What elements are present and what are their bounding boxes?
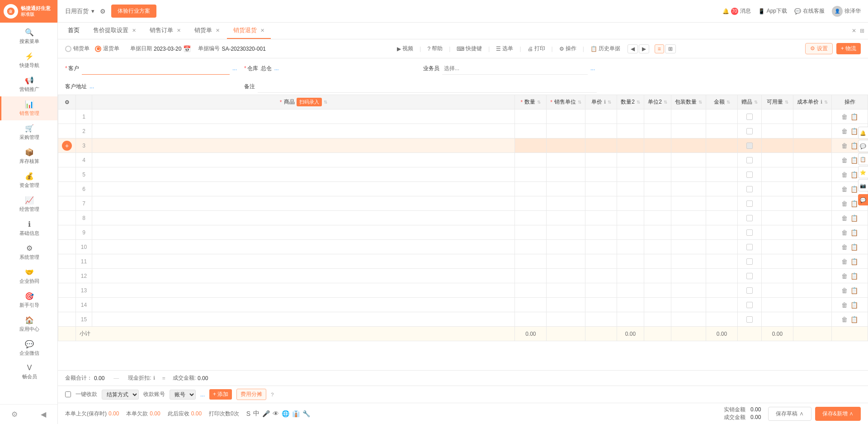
copy-row-btn-13[interactable]: 📋 <box>850 287 858 294</box>
sidebar-item-sales[interactable]: 📊 销售管理 <box>0 96 57 120</box>
copy-row-btn-15[interactable]: 📋 <box>850 316 858 323</box>
tab-sales-return[interactable]: 销货退货 ✕ <box>227 23 271 39</box>
payment-method-select[interactable]: 结算方式 <box>102 390 139 400</box>
calendar-icon[interactable]: 📅 <box>183 45 191 52</box>
sidebar-item-inventory[interactable]: 📦 库存核算 <box>0 144 57 168</box>
action-print[interactable]: 🖨 打印 <box>526 44 547 53</box>
delete-row-btn-4[interactable]: 🗑 <box>841 157 848 164</box>
td-product-4[interactable] <box>92 153 515 167</box>
copy-row-btn-3[interactable]: 📋 <box>850 142 858 149</box>
sidebar-item-shortcuts[interactable]: ⚡ 快捷导航 <box>0 48 57 72</box>
copy-row-btn-9[interactable]: 📋 <box>850 229 858 236</box>
sort-pkg-icon[interactable]: ⇅ <box>698 100 702 105</box>
sidebar-item-guide[interactable]: 🎯 新手引导 <box>0 288 57 312</box>
right-panel-btn-1[interactable]: 🔔 <box>858 127 868 139</box>
action-shortcut[interactable]: ⌨ 快捷键 <box>455 44 484 53</box>
nav-next-btn[interactable]: ▶ <box>639 44 649 53</box>
sort-unit-icon[interactable]: ⇅ <box>578 100 581 105</box>
td-product-14[interactable] <box>92 298 515 312</box>
copy-row-btn-8[interactable]: 📋 <box>850 214 858 222</box>
status-icon-5[interactable]: 🌐 <box>282 410 289 417</box>
scan-btn[interactable]: 扫码录入 <box>297 98 322 106</box>
delete-row-btn-6[interactable]: 🗑 <box>841 186 848 193</box>
warehouse-select-btn[interactable]: ... <box>274 65 279 71</box>
sort-product-icon[interactable]: ⇅ <box>324 100 327 105</box>
status-icon-6[interactable]: 👔 <box>292 410 300 417</box>
delete-row-btn-2[interactable]: 🗑 <box>841 128 848 135</box>
delete-row-btn-7[interactable]: 🗑 <box>841 200 848 207</box>
add-row-btn[interactable]: + <box>62 141 72 151</box>
td-product-1[interactable] <box>92 110 515 124</box>
sidebar-item-basic-info[interactable]: ℹ 基础信息 <box>0 216 57 240</box>
staff-select-btn[interactable]: ... <box>590 65 595 71</box>
sidebar-item-system[interactable]: ⚙ 系统管理 <box>0 240 57 264</box>
delete-row-btn-8[interactable]: 🗑 <box>841 214 848 222</box>
status-icon-4[interactable]: 👁 <box>273 410 279 417</box>
sort-price-icon[interactable]: ⇅ <box>608 100 611 105</box>
td-product-13[interactable] <box>92 283 515 298</box>
staff-input[interactable] <box>442 62 588 75</box>
right-panel-btn-5[interactable]: 📷 <box>858 179 868 191</box>
delete-row-btn-5[interactable]: 🗑 <box>841 171 848 178</box>
copy-row-btn-10[interactable]: 📋 <box>850 243 858 251</box>
action-history[interactable]: 📋 历史单据 <box>589 44 622 53</box>
expand-icon[interactable]: ⊞ <box>860 28 864 34</box>
td-product-11[interactable] <box>92 254 515 269</box>
radio-sale[interactable]: 销货单 <box>65 45 90 52</box>
status-icon-7[interactable]: 🔧 <box>302 410 310 417</box>
action-video[interactable]: ▶ 视频 <box>395 44 415 53</box>
delete-row-btn-14[interactable]: 🗑 <box>841 301 848 309</box>
td-product-9[interactable] <box>92 225 515 240</box>
save-draft-btn[interactable]: 保存草稿 ∧ <box>768 407 811 421</box>
delete-row-btn-15[interactable]: 🗑 <box>841 316 848 323</box>
sort-gift-icon[interactable]: ⇅ <box>754 100 758 105</box>
copy-row-btn-14[interactable]: 📋 <box>850 301 858 309</box>
delete-row-btn-3[interactable]: 🗑 <box>841 142 848 149</box>
sidebar-item-wechat[interactable]: 💬 企业微信 <box>0 336 57 360</box>
delete-row-btn-11[interactable]: 🗑 <box>841 258 848 265</box>
action-select[interactable]: ☰ 选单 <box>494 44 515 53</box>
copy-row-btn-2[interactable]: 📋 <box>850 128 858 135</box>
tab-price-extract[interactable]: 售价提取设置 ✕ <box>87 23 142 39</box>
trial-btn[interactable]: 体验行业方案 <box>111 5 156 18</box>
delete-row-btn-13[interactable]: 🗑 <box>841 287 848 294</box>
customer-input[interactable] <box>82 62 230 75</box>
copy-row-btn-4[interactable]: 📋 <box>850 157 858 164</box>
close-tab-icon[interactable]: ✕ <box>852 28 856 34</box>
delete-row-btn-9[interactable]: 🗑 <box>841 229 848 236</box>
status-icon-3[interactable]: 🎤 <box>262 410 270 417</box>
td-product-12[interactable] <box>92 269 515 283</box>
tab-sales-close[interactable]: ✕ <box>216 28 220 33</box>
nav-dropdown[interactable]: 日用百货 ▾ <box>65 7 94 15</box>
account-select[interactable]: 账号 <box>170 390 196 400</box>
right-panel-btn-6[interactable]: 💬 <box>858 194 868 205</box>
tab-home[interactable]: 首页 <box>61 23 86 39</box>
th-settings[interactable]: ⚙ <box>58 95 76 110</box>
sidebar-item-appstore[interactable]: 🏠 应用中心 <box>0 312 57 336</box>
td-product-8[interactable] <box>92 211 515 225</box>
view-list-btn[interactable]: ≡ <box>655 44 664 53</box>
collapse-btn[interactable]: ◀ <box>39 408 48 420</box>
remark-input[interactable] <box>258 80 597 93</box>
copy-row-btn-11[interactable]: 📋 <box>850 258 858 265</box>
tab-sales-order-close[interactable]: ✕ <box>177 28 181 33</box>
app-download-btn[interactable]: 📱 App下载 <box>758 7 787 15</box>
account-dots[interactable]: ... <box>200 391 205 398</box>
sort-cost-icon[interactable]: ⇅ <box>824 100 828 105</box>
add-logistics-btn[interactable]: + 物流 <box>836 43 861 54</box>
address-select-btn[interactable]: ... <box>90 83 94 90</box>
tab-sales[interactable]: 销货单 ✕ <box>188 23 226 39</box>
td-product-7[interactable] <box>92 196 515 211</box>
sidebar-item-marketing[interactable]: 📢 营销推广 <box>0 72 57 96</box>
tab-price-close[interactable]: ✕ <box>132 28 136 33</box>
copy-row-btn-5[interactable]: 📋 <box>850 171 858 178</box>
sidebar-item-purchase[interactable]: 🛒 采购管理 <box>0 120 57 144</box>
add-payment-btn[interactable]: + 添加 <box>209 389 232 400</box>
sidebar-item-finance[interactable]: 💰 资金管理 <box>0 168 57 192</box>
action-operate[interactable]: ⚙ 操作 <box>557 44 578 53</box>
sort-unit2-icon[interactable]: ⇅ <box>664 100 667 105</box>
tab-sales-order[interactable]: 销售订单 ✕ <box>143 23 187 39</box>
online-service-btn[interactable]: 💬 在线客服 <box>794 7 825 15</box>
td-product-2[interactable] <box>92 124 515 138</box>
sort-qty-icon[interactable]: ⇅ <box>537 100 541 105</box>
